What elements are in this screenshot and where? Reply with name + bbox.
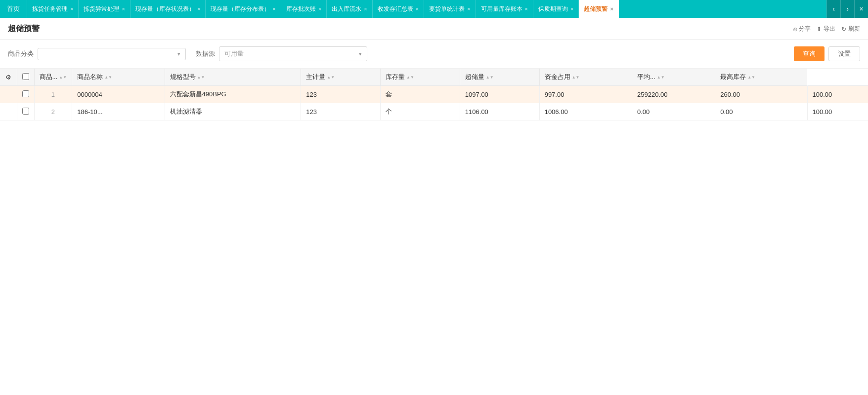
nav-tab-2[interactable]: 拣货异常处理 × [79,0,130,18]
th-gear[interactable]: ⚙ [0,69,17,86]
th-stock[interactable]: 库存量 ▲▼ [381,69,460,86]
tab-close-4[interactable]: × [272,6,275,12]
datasource-chevron-icon: ▾ [359,51,362,57]
nav-tab-3[interactable]: 现存量（库存状况表） × [130,0,206,18]
nav-arrow-right[interactable]: › [840,0,854,18]
table-row: 2 186-10... 机油滤清器 123 个 1106.00 1006.00 … [0,103,868,120]
th-capital[interactable]: 资金占用 ▲▼ [539,69,632,86]
nav-tab-5[interactable]: 库存批次账 × [281,0,327,18]
nav-tab-11-active[interactable]: 超储预警 × [579,0,618,18]
row-overflow: 1006.00 [539,103,632,120]
th-spec[interactable]: 规格型号 ▲▼ [165,69,301,86]
sort-icon-stock: ▲▼ [406,75,414,79]
th-max-stock[interactable]: 最高库存 ▲▼ [715,69,807,86]
chevron-down-icon: ▾ [177,51,180,57]
header-actions: ⎋ 分享 ⬆ 导出 ↻ 刷新 [793,25,860,33]
tab-close-3[interactable]: × [197,6,200,12]
page-header: 超储预警 ⎋ 分享 ⬆ 导出 ↻ 刷新 [0,18,868,40]
th-overflow[interactable]: 超储量 ▲▼ [460,69,539,86]
th-product-name[interactable]: 商品名称 ▲▼ [72,69,165,86]
sort-icon-product-name: ▲▼ [104,75,112,79]
row-product-name: 机油滤清器 [165,103,301,120]
row-checkbox-cell [17,103,34,120]
row-number: 2 [34,103,72,120]
row-spec: 123 [301,86,381,103]
refresh-button[interactable]: ↻ 刷新 [841,25,860,33]
query-button[interactable]: 查询 [794,46,825,61]
row-gear-cell [0,86,17,103]
export-button[interactable]: ⬆ 导出 [817,25,835,33]
sort-icon-overflow: ▲▼ [486,75,494,79]
row-product-name: 六配套新昌490BPG [165,86,301,103]
row-product-code: 186-10... [72,103,165,120]
row-product-code: 0000004 [72,86,165,103]
sort-icon-capital: ▲▼ [572,75,580,79]
datasource-select-value: 可用量 [224,49,244,58]
row-checkbox-1[interactable] [22,108,29,115]
th-product-code[interactable]: 商品... ▲▼ [34,69,72,86]
tab-close-6[interactable]: × [364,6,367,12]
tab-close-5[interactable]: × [318,6,321,12]
data-table: ⚙ 商品... ▲▼ 商品名称 ▲▼ [0,69,868,120]
nav-tab-10[interactable]: 保质期查询 × [533,0,579,18]
tab-close-1[interactable]: × [70,6,73,12]
nav-arrows: ‹ › × [826,0,868,18]
row-capital: 0.00 [632,103,715,120]
nav-tab-9[interactable]: 可用量库存账本 × [476,0,533,18]
sort-icon-unit: ▲▼ [327,75,335,79]
tab-close-7[interactable]: × [416,6,419,12]
settings-button[interactable]: 设置 [828,46,860,61]
datasource-label: 数据源 [196,49,215,58]
nav-tab-4[interactable]: 现存量（库存分布表） × [206,0,281,18]
row-avg: 0.00 [715,103,807,120]
sort-icon-avg: ▲▼ [657,75,665,79]
table-header-row: ⚙ 商品... ▲▼ 商品名称 ▲▼ [0,69,868,86]
filter-datasource: 数据源 可用量 ▾ [196,46,367,61]
tab-close-8[interactable]: × [467,6,470,12]
nav-arrow-left[interactable]: ‹ [826,0,840,18]
nav-tab-1[interactable]: 拣货任务管理 × [27,0,79,18]
datasource-select[interactable]: 可用量 ▾ [219,46,367,61]
row-max-stock: 100.00 [807,103,868,120]
category-select[interactable]: ▾ [38,48,186,60]
nav-tab-7[interactable]: 收发存汇总表 × [373,0,424,18]
tab-close-11[interactable]: × [610,6,613,12]
th-avg[interactable]: 平均... ▲▼ [632,69,715,86]
row-checkbox-0[interactable] [22,90,29,97]
sort-icon-product-code: ▲▼ [59,75,67,79]
tab-close-2[interactable]: × [122,6,125,12]
row-overflow: 997.00 [539,86,632,103]
tab-close-10[interactable]: × [570,6,573,12]
filter-actions: 查询 设置 [794,46,860,61]
nav-home[interactable]: 首页 [0,0,27,18]
th-checkbox [17,69,34,86]
share-button[interactable]: ⎋ 分享 [793,25,811,33]
row-capital: 259220.00 [632,86,715,103]
nav-tab-8[interactable]: 要货单统计表 × [424,0,476,18]
category-label: 商品分类 [8,49,34,58]
filter-category: 商品分类 ▾ [8,48,186,60]
row-avg: 260.00 [715,86,807,103]
export-icon: ⬆ [817,26,822,33]
row-number: 1 [34,86,72,103]
row-unit: 套 [381,86,460,103]
th-unit[interactable]: 主计量 ▲▼ [301,69,381,86]
select-all-checkbox[interactable] [22,73,29,80]
page-title: 超储预警 [8,24,40,34]
table-container: ⚙ 商品... ▲▼ 商品名称 ▲▼ [0,69,868,120]
row-unit: 个 [381,103,460,120]
row-max-stock: 100.00 [807,86,868,103]
row-gear-cell [0,103,17,120]
refresh-icon: ↻ [841,26,846,33]
gear-icon: ⚙ [5,74,11,81]
filter-area: 商品分类 ▾ 数据源 可用量 ▾ 查询 设置 [0,40,868,69]
table-row: 1 0000004 六配套新昌490BPG 123 套 1097.00 997.… [0,86,868,103]
nav-tab-6[interactable]: 出入库流水 × [327,0,372,18]
nav-arrow-close[interactable]: × [854,0,868,18]
sort-icon-spec: ▲▼ [197,75,205,79]
row-spec: 123 [301,103,381,120]
tab-close-9[interactable]: × [525,6,528,12]
table-body: 1 0000004 六配套新昌490BPG 123 套 1097.00 997.… [0,86,868,120]
share-icon: ⎋ [793,26,797,33]
page-container: 超储预警 ⎋ 分享 ⬆ 导出 ↻ 刷新 商品分类 ▾ 数据源 [0,18,868,395]
